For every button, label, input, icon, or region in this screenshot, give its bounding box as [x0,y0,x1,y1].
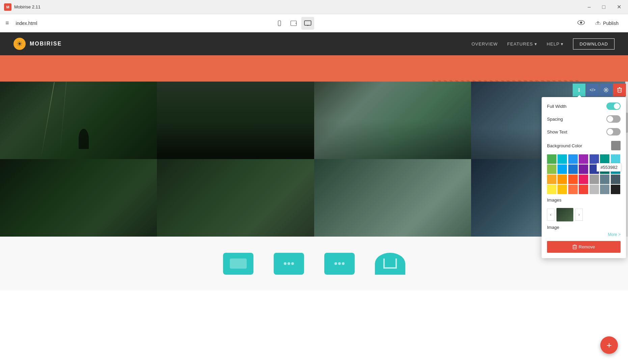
gallery-code-button[interactable]: </> [586,84,599,96]
remove-button[interactable]: Remove [547,241,621,253]
site-navbar: ☀ MOBIRISE OVERVIEW FEATURES ▾ HELP ▾ DO… [0,32,628,55]
color-palette-container: #553982 [547,154,621,194]
color-cell-27[interactable] [611,185,620,194]
gallery-settings-button[interactable] [600,84,612,96]
bg-color-row: Background Color [547,141,621,150]
gear-icon [603,87,609,93]
gallery-delete-button[interactable] [613,84,626,96]
gallery-toolbar: </> [573,84,626,96]
gallery-grid [0,82,628,237]
bottom-icon-1 [223,253,253,275]
image-thumb-1[interactable] [556,208,573,221]
settings-panel: Full Width Spacing Show Text Background … [542,97,626,258]
nav-overview[interactable]: OVERVIEW [471,41,498,47]
maximize-button[interactable]: □ [599,2,608,11]
close-button[interactable]: ✕ [614,2,624,11]
color-value: #553982 [600,165,618,170]
view-desktop-button[interactable] [301,17,314,30]
images-section: Images ‹ › [547,198,621,221]
code-icon: </> [590,88,595,92]
color-cell-10[interactable] [579,164,588,174]
eye-icon [577,20,585,25]
view-tablet-button[interactable] [287,17,300,30]
gallery-reorder-button[interactable] [573,84,585,96]
color-cell-16[interactable] [568,175,578,184]
site-logo-text: MOBIRISE [30,41,62,47]
color-cell-8[interactable] [557,164,567,174]
menu-icon[interactable]: ≡ [5,20,9,27]
upload-cloud-icon [595,21,601,26]
color-cell-7[interactable] [547,164,556,174]
nav-help[interactable]: HELP ▾ [547,41,564,47]
svg-point-3 [296,23,296,23]
app-toolbar: ≡ index.html [0,14,628,32]
thumb-prev-button[interactable]: ‹ [547,209,554,221]
images-label: Images [547,198,562,203]
app-title: Mobirise 2.11 [14,4,585,9]
color-cell-15[interactable] [557,175,567,184]
color-cell-5[interactable] [600,154,609,164]
trash-icon-remove [573,245,577,249]
site-logo-icon: ☀ [13,38,26,50]
spacing-toggle[interactable] [606,115,621,123]
gallery-cell-3 [314,82,471,159]
color-cell-23[interactable] [568,185,578,194]
show-text-toggle[interactable] [606,128,621,135]
gallery-cell-1 [0,82,157,159]
publish-label: Publish [603,21,619,26]
gallery-cell-7 [314,159,471,237]
gallery-cell-2 [157,82,314,159]
preview-button[interactable] [575,17,587,29]
tablet-icon [290,20,297,26]
color-cell-19[interactable] [600,175,609,184]
color-input-tooltip[interactable]: #553982 [597,163,621,172]
color-cell-26[interactable] [600,185,609,194]
gallery-cell-5 [0,159,157,237]
mobile-icon [276,20,282,26]
nav-download-button[interactable]: DOWNLOAD [573,38,615,50]
gallery-cell-6 [157,159,314,237]
color-cell-14[interactable] [547,175,556,184]
color-palette [547,154,621,194]
view-mobile-button[interactable] [273,17,286,30]
logo-letter: M [6,5,9,9]
desktop-icon [304,20,311,26]
color-cell-21[interactable] [547,185,556,194]
titlebar: M Mobirise 2.11 – □ ✕ [0,0,628,14]
color-cell-6[interactable] [611,154,620,164]
color-cell-1[interactable] [557,154,567,164]
color-cell-2[interactable] [568,154,578,164]
color-cell-18[interactable] [590,175,599,184]
color-cell-24[interactable] [579,185,588,194]
color-cell-0[interactable] [547,154,556,164]
image-row: Image [547,224,621,230]
full-width-toggle[interactable] [606,102,621,110]
svg-rect-12 [618,88,621,92]
nav-features[interactable]: FEATURES ▾ [507,41,537,47]
minimize-button[interactable]: – [585,2,593,11]
publish-button[interactable]: Publish [591,19,623,28]
color-cell-22[interactable] [557,185,567,194]
remove-label: Remove [579,244,595,249]
site-nav-links: OVERVIEW FEATURES ▾ HELP ▾ DOWNLOAD [471,38,615,50]
color-cell-25[interactable] [590,185,599,194]
color-cell-9[interactable] [568,164,578,174]
bg-color-swatch[interactable] [611,141,621,150]
color-cell-3[interactable] [579,154,588,164]
image-thumbs: ‹ › [547,208,621,221]
view-switcher [273,17,314,30]
gallery-section: </> [0,82,628,237]
image-label: Image [547,225,559,230]
color-cell-4[interactable] [590,154,599,164]
more-link[interactable]: More > [547,232,621,237]
color-cell-20[interactable] [611,175,620,184]
images-header: Images [547,198,621,205]
bg-color-label: Background Color [547,143,582,148]
thumb-next-button[interactable]: › [575,209,583,221]
window-controls: – □ ✕ [585,2,624,11]
add-section-fab[interactable]: + [600,336,618,354]
color-cell-17[interactable] [579,175,588,184]
svg-rect-4 [304,21,311,25]
bottom-icon-3 [324,253,355,275]
trash-icon [617,87,622,93]
